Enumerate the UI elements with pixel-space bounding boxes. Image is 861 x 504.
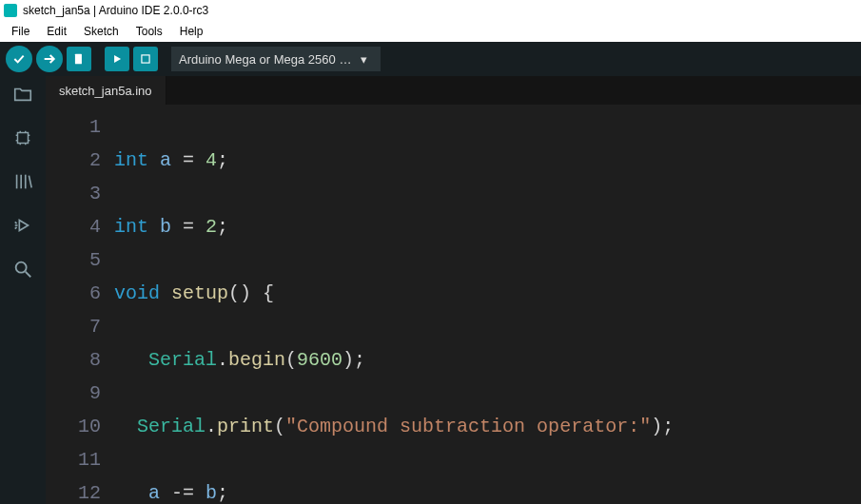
search-icon[interactable] xyxy=(12,259,33,283)
board-label: Arduino Mega or Mega 2560 … xyxy=(179,52,351,67)
menu-tools[interactable]: Tools xyxy=(128,23,170,40)
tab-bar: sketch_jan5a.ino xyxy=(46,76,861,105)
editor-area: sketch_jan5a.ino 1 2 3 4 5 6 7 8 9 10 11… xyxy=(46,76,861,504)
menu-sketch[interactable]: Sketch xyxy=(76,23,127,40)
code-line: a -= b; xyxy=(114,476,861,504)
upload-button[interactable] xyxy=(36,46,63,72)
verify-button[interactable] xyxy=(6,46,32,72)
svg-rect-4 xyxy=(18,133,29,144)
debug-button[interactable] xyxy=(105,47,129,71)
library-manager-icon[interactable] xyxy=(12,171,33,196)
menubar: File Edit Sketch Tools Help xyxy=(0,21,861,42)
line-number: 5 xyxy=(46,243,101,277)
chevron-down-icon: ▾ xyxy=(361,52,367,67)
main: sketch_jan5a.ino 1 2 3 4 5 6 7 8 9 10 11… xyxy=(0,76,861,504)
svg-marker-2 xyxy=(114,55,121,63)
svg-marker-17 xyxy=(19,221,28,231)
menu-edit[interactable]: Edit xyxy=(39,23,74,40)
activity-bar xyxy=(0,76,46,504)
line-number: 10 xyxy=(46,410,101,443)
line-number: 3 xyxy=(46,177,101,210)
svg-line-16 xyxy=(29,176,31,188)
tab-label: sketch_jan5a.ino xyxy=(59,84,152,98)
line-number: 7 xyxy=(46,310,101,343)
code-line: Serial.begin(9600); xyxy=(114,343,861,377)
window-title: sketch_jan5a | Arduino IDE 2.0.0-rc3 xyxy=(23,4,208,17)
board-selector[interactable]: Arduino Mega or Mega 2560 … ▾ xyxy=(171,47,381,71)
code-editor[interactable]: 1 2 3 4 5 6 7 8 9 10 11 12 int a = 4; in… xyxy=(46,105,861,504)
code-line: int a = 4; xyxy=(114,144,861,177)
new-sketch-button[interactable] xyxy=(67,47,91,71)
menu-file[interactable]: File xyxy=(4,23,37,40)
titlebar: sketch_jan5a | Arduino IDE 2.0.0-rc3 xyxy=(0,0,861,21)
code-line: int b = 2; xyxy=(114,210,861,243)
code-line: void setup() { xyxy=(114,277,861,310)
app-icon xyxy=(4,4,17,17)
line-number: 11 xyxy=(46,443,101,476)
tab-sketch[interactable]: sketch_jan5a.ino xyxy=(46,76,166,105)
line-number: 4 xyxy=(46,210,101,243)
code-line: Serial.print("Compound subtraction opera… xyxy=(114,410,861,443)
svg-rect-1 xyxy=(75,54,82,65)
debug-icon[interactable] xyxy=(12,215,33,240)
line-gutter: 1 2 3 4 5 6 7 8 9 10 11 12 xyxy=(46,105,114,504)
line-number: 8 xyxy=(46,343,101,377)
svg-rect-3 xyxy=(142,55,149,63)
code-lines[interactable]: int a = 4; int b = 2; void setup() { Ser… xyxy=(114,105,861,504)
menu-help[interactable]: Help xyxy=(172,23,211,40)
svg-point-18 xyxy=(16,262,27,273)
toolbar: Arduino Mega or Mega 2560 … ▾ xyxy=(0,42,861,76)
board-manager-icon[interactable] xyxy=(12,127,33,152)
line-number: 12 xyxy=(46,476,101,504)
svg-line-19 xyxy=(26,272,31,278)
line-number: 2 xyxy=(46,144,101,177)
tab-bar-empty xyxy=(166,76,861,105)
line-number: 1 xyxy=(46,110,101,144)
line-number: 9 xyxy=(46,377,101,410)
other-button[interactable] xyxy=(133,47,158,71)
line-number: 6 xyxy=(46,277,101,310)
folder-icon[interactable] xyxy=(12,84,33,108)
